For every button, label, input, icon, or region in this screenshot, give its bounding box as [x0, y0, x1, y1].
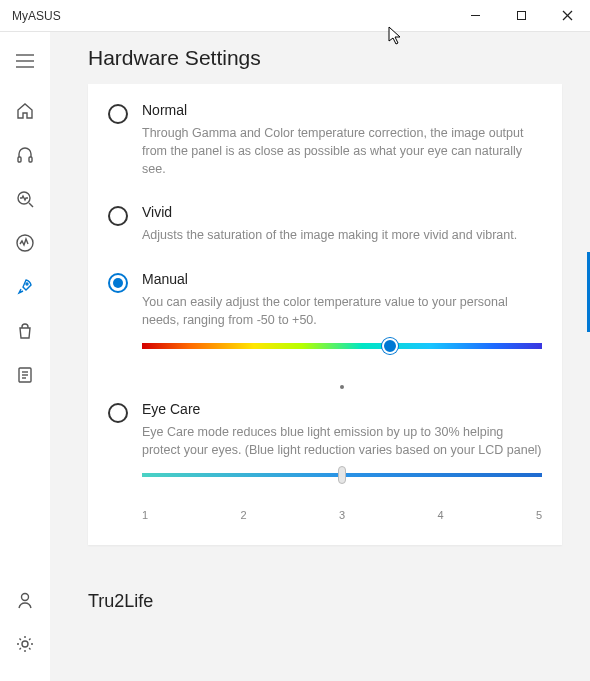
page-title: Hardware Settings	[88, 46, 562, 70]
tuning-icon[interactable]	[14, 232, 36, 254]
svg-rect-1	[517, 12, 525, 20]
rocket-icon[interactable]	[14, 276, 36, 298]
document-icon[interactable]	[14, 364, 36, 386]
option-eyecare[interactable]: Eye Care Eye Care mode reduces blue ligh…	[108, 389, 542, 521]
color-temp-slider[interactable]	[142, 343, 542, 371]
color-temp-thumb[interactable]	[382, 338, 398, 354]
radio-eyecare[interactable]	[108, 403, 128, 423]
sidebar	[0, 32, 50, 681]
option-vivid[interactable]: Vivid Adjusts the saturation of the imag…	[108, 192, 542, 258]
close-button[interactable]	[544, 0, 590, 32]
display-mode-card: Normal Through Gamma and Color temperatu…	[88, 84, 562, 545]
maximize-button[interactable]	[498, 0, 544, 32]
title-bar: MyASUS	[0, 0, 590, 32]
option-normal[interactable]: Normal Through Gamma and Color temperatu…	[108, 90, 542, 192]
radio-manual[interactable]	[108, 273, 128, 293]
radio-normal[interactable]	[108, 104, 128, 124]
eyecare-ticks: 1 2 3 4 5	[142, 509, 542, 521]
svg-line-10	[29, 203, 33, 207]
color-temp-track	[142, 343, 542, 349]
svg-point-12	[26, 283, 28, 285]
shopping-bag-icon[interactable]	[14, 320, 36, 342]
diagnostics-icon[interactable]	[14, 188, 36, 210]
eyecare-slider[interactable]	[142, 473, 542, 501]
option-label: Vivid	[142, 204, 542, 220]
center-marker	[340, 385, 344, 389]
section-tru2life: Tru2Life	[88, 591, 562, 612]
svg-point-17	[22, 594, 29, 601]
option-manual[interactable]: Manual You can easily adjust the color t…	[108, 259, 542, 389]
home-icon[interactable]	[14, 100, 36, 122]
radio-vivid[interactable]	[108, 206, 128, 226]
option-desc: Eye Care mode reduces blue light emissio…	[142, 423, 542, 459]
menu-icon[interactable]	[14, 50, 36, 72]
minimize-button[interactable]	[452, 0, 498, 32]
tick: 1	[142, 509, 148, 521]
option-desc: You can easily adjust the color temperat…	[142, 293, 542, 329]
headset-icon[interactable]	[14, 144, 36, 166]
content-area: Hardware Settings Normal Through Gamma a…	[50, 32, 590, 681]
option-label: Manual	[142, 271, 542, 287]
svg-point-18	[22, 641, 28, 647]
app-title: MyASUS	[12, 9, 61, 23]
svg-rect-7	[18, 157, 21, 162]
tick: 5	[536, 509, 542, 521]
option-label: Eye Care	[142, 401, 542, 417]
user-icon[interactable]	[14, 589, 36, 611]
option-desc: Adjusts the saturation of the image maki…	[142, 226, 542, 244]
eyecare-thumb[interactable]	[338, 466, 346, 484]
tick: 4	[437, 509, 443, 521]
tick: 3	[339, 509, 345, 521]
option-label: Normal	[142, 102, 542, 118]
settings-icon[interactable]	[14, 633, 36, 655]
option-desc: Through Gamma and Color temperature corr…	[142, 124, 542, 178]
tick: 2	[240, 509, 246, 521]
svg-rect-8	[29, 157, 32, 162]
